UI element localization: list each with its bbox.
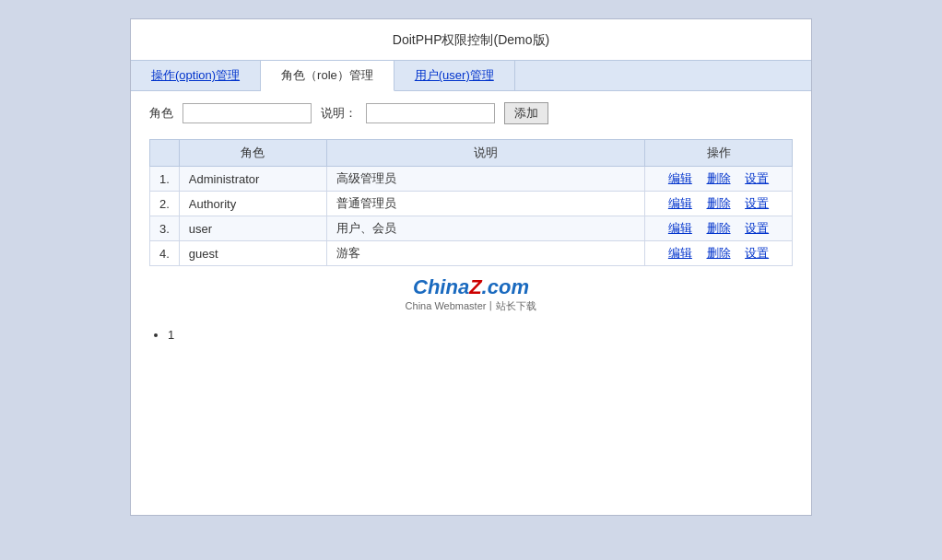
row-role: guest — [179, 241, 326, 266]
row-ops: 编辑 删除 设置 — [645, 192, 793, 216]
main-container: DoitPHP权限控制(Demo版) 操作(option)管理 角色（role）… — [130, 18, 812, 516]
row-desc: 普通管理员 — [326, 192, 644, 216]
watermark: ChinaZ.com China Webmaster丨站长下载 — [131, 275, 811, 313]
table-row: 4. guest 游客 编辑 删除 设置 — [150, 241, 793, 266]
row-ops: 编辑 删除 设置 — [645, 216, 793, 241]
watermark-z: Z — [469, 275, 481, 298]
edit-button[interactable]: 编辑 — [663, 195, 698, 212]
col-header-ops: 操作 — [645, 140, 793, 167]
table-row: 2. Authority 普通管理员 编辑 删除 设置 — [150, 192, 793, 216]
nav-item-user[interactable]: 用户(user)管理 — [394, 61, 515, 90]
page-title: DoitPHP权限控制(Demo版) — [131, 19, 811, 60]
row-num: 1. — [150, 167, 180, 192]
nav-item-role[interactable]: 角色（role）管理 — [261, 61, 394, 91]
roles-table: 角色 说明 操作 1. Administrator 高级管理员 编辑 删除 设置… — [149, 139, 793, 266]
role-input[interactable] — [183, 103, 312, 123]
row-role: Administrator — [179, 167, 326, 192]
row-num: 3. — [150, 216, 180, 241]
row-desc: 游客 — [326, 241, 644, 266]
desc-input[interactable] — [366, 103, 495, 123]
delete-button[interactable]: 删除 — [701, 245, 736, 262]
settings-button[interactable]: 设置 — [739, 245, 774, 262]
row-role: user — [179, 216, 326, 241]
row-num: 4. — [150, 241, 180, 266]
settings-button[interactable]: 设置 — [739, 170, 774, 187]
watermark-dotcom: .com — [482, 275, 529, 298]
table-row: 3. user 用户、会员 编辑 删除 设置 — [150, 216, 793, 241]
table-row: 1. Administrator 高级管理员 编辑 删除 设置 — [150, 167, 793, 192]
row-num: 2. — [150, 192, 180, 216]
desc-label: 说明： — [321, 105, 357, 122]
delete-button[interactable]: 删除 — [701, 170, 736, 187]
edit-button[interactable]: 编辑 — [663, 170, 698, 187]
row-ops: 编辑 删除 设置 — [645, 167, 793, 192]
col-header-desc: 说明 — [326, 140, 644, 167]
pagination: 1 — [131, 313, 811, 345]
row-desc: 用户、会员 — [326, 216, 644, 241]
edit-button[interactable]: 编辑 — [663, 245, 698, 262]
watermark-logo: ChinaZ.com — [131, 275, 811, 299]
add-button[interactable]: 添加 — [504, 102, 548, 124]
settings-button[interactable]: 设置 — [739, 195, 774, 212]
delete-button[interactable]: 删除 — [701, 220, 736, 237]
col-header-num — [150, 140, 180, 167]
watermark-china: China — [413, 275, 469, 298]
edit-button[interactable]: 编辑 — [663, 220, 698, 237]
settings-button[interactable]: 设置 — [739, 220, 774, 237]
row-desc: 高级管理员 — [326, 167, 644, 192]
watermark-sub: China Webmaster丨站长下载 — [131, 299, 811, 313]
row-ops: 编辑 删除 设置 — [645, 241, 793, 266]
role-label: 角色 — [149, 105, 173, 122]
page-item[interactable]: 1 — [168, 328, 793, 342]
nav-bar: 操作(option)管理 角色（role）管理 用户(user)管理 — [131, 60, 811, 91]
row-role: Authority — [179, 192, 326, 216]
col-header-role: 角色 — [179, 140, 326, 167]
nav-item-option[interactable]: 操作(option)管理 — [131, 61, 261, 90]
add-form: 角色 说明： 添加 — [131, 91, 811, 132]
delete-button[interactable]: 删除 — [701, 195, 736, 212]
